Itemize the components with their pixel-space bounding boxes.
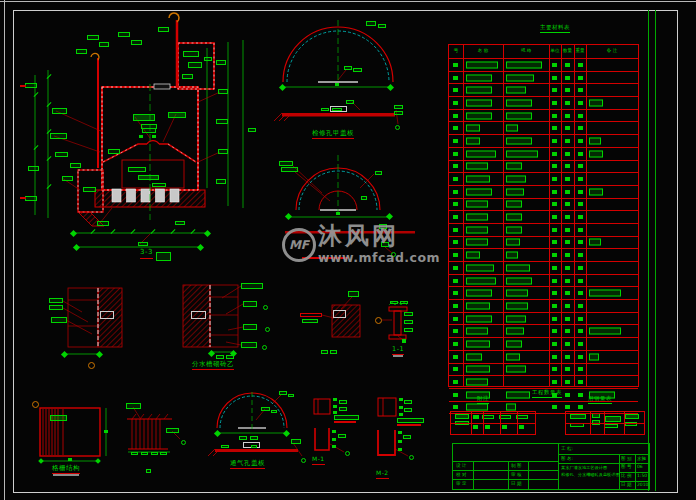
annotation-d	[38, 458, 44, 464]
annotation-p	[339, 407, 347, 411]
annotation-p	[400, 301, 408, 304]
annotation-p	[251, 445, 257, 448]
annotation-d	[208, 350, 215, 357]
annotation-p	[239, 436, 247, 440]
annotation-p	[126, 403, 141, 409]
table-row	[449, 122, 638, 135]
annotation-p	[25, 83, 37, 88]
annotation-p	[404, 400, 412, 404]
annotation-p	[288, 394, 294, 397]
role-design: 设 计	[456, 464, 466, 469]
project-label: 工 程:	[561, 447, 573, 452]
annotation-p	[338, 434, 346, 438]
annotation-p	[361, 196, 367, 200]
table-row	[449, 287, 638, 300]
detail-title-dome1: 检修孔甲盖板	[312, 130, 354, 139]
watermark-brand: 沐风网	[318, 220, 399, 252]
column-header: 备 注	[607, 48, 617, 53]
annotation-s	[398, 440, 402, 443]
annotation-gc	[409, 455, 414, 460]
annotation-p	[131, 40, 142, 45]
table-row	[449, 262, 638, 275]
annotation-p	[404, 320, 413, 324]
table-row	[449, 249, 638, 262]
table-row	[449, 338, 638, 351]
annotation-d	[96, 351, 103, 358]
sheet-no-label: 图 号	[621, 465, 631, 470]
annotation-s	[402, 339, 406, 343]
annotation-p	[216, 60, 226, 65]
role-review: 审 核	[511, 473, 521, 478]
annotation-d	[279, 84, 286, 91]
annotation-p	[49, 305, 63, 310]
annotation-p	[83, 187, 96, 192]
annotation-oc	[375, 317, 382, 324]
annotation-p	[216, 119, 228, 124]
annotation-s	[398, 431, 402, 434]
annotation-p	[204, 57, 212, 61]
table-row	[449, 84, 638, 97]
annotation-t	[34, 145, 39, 150]
drawing-desc-line2: 检修孔、分水槽砌砖及盖板详图	[561, 473, 620, 477]
table-row	[449, 59, 638, 72]
column-header: 数量	[563, 48, 572, 53]
annotation-p	[346, 100, 354, 104]
annotation-s	[398, 448, 402, 451]
annotation-p	[397, 418, 424, 423]
annotation-p	[321, 108, 329, 111]
detail-title-mid: 分水槽砌砖乙	[192, 361, 234, 370]
detail-title-m2: M-2	[376, 470, 389, 479]
annotation-p	[334, 415, 359, 420]
annotation-d	[285, 213, 292, 220]
annotation-p	[321, 350, 328, 354]
annotation-wr	[330, 106, 347, 112]
table-row	[449, 135, 638, 148]
annotation-s	[104, 430, 108, 433]
annotation-gc	[265, 327, 270, 332]
mfcad-logo: MF	[282, 228, 316, 262]
annotation-p	[248, 128, 256, 132]
annotation-p	[166, 428, 179, 433]
annotation-p	[250, 436, 258, 440]
annotation-p	[353, 68, 362, 72]
annotation-P	[133, 114, 155, 121]
annotation-p	[404, 312, 413, 316]
annotation-s	[333, 405, 337, 408]
annotation-P	[168, 112, 186, 118]
annotation-p	[152, 183, 166, 187]
annotation-gc	[345, 451, 350, 456]
annotation-s	[139, 135, 143, 138]
table-row	[449, 72, 638, 85]
annotation-t	[151, 229, 156, 234]
material-table-title: 主要材料表	[540, 25, 570, 33]
annotation-p	[241, 283, 263, 289]
annotation-s	[399, 406, 403, 409]
column-header: 号	[454, 48, 459, 53]
table-row	[449, 110, 638, 123]
table-row	[449, 199, 638, 212]
annotation-gc	[262, 345, 267, 350]
annotation-t	[171, 229, 176, 234]
annotation-s	[399, 398, 403, 401]
column-header: 规 格	[521, 48, 531, 53]
notes-table	[450, 411, 536, 435]
annotation-gc	[181, 440, 186, 445]
annotation-p	[404, 408, 412, 412]
annotation-rl	[20, 197, 26, 199]
table-row	[449, 300, 638, 313]
role-approve: 审 定	[456, 482, 466, 487]
sheet-type-value: 水施	[637, 457, 646, 462]
annotation-t	[34, 92, 39, 97]
annotation-rl	[20, 85, 26, 87]
annotation-p	[271, 410, 277, 413]
annotation-t	[47, 102, 52, 107]
annotation-t	[191, 229, 196, 234]
detail-title-beam: 1-1	[392, 346, 404, 355]
annotation-p	[49, 298, 63, 303]
annotation-s	[333, 411, 337, 414]
column-header: 名 称	[478, 48, 488, 53]
annotation-gc	[301, 458, 306, 463]
annotation-d	[283, 430, 290, 437]
steel-table	[565, 411, 645, 435]
table-row	[449, 211, 638, 224]
